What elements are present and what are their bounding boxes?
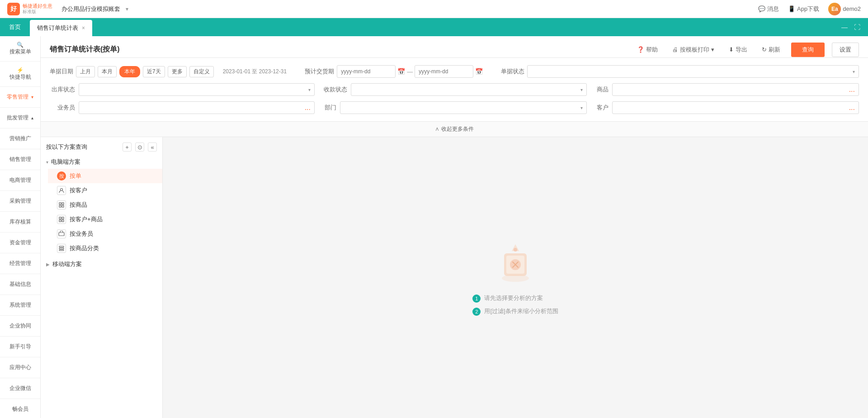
date-filter-group: 单据日期 上月 本月 本年 近7天 更多 自定义 (50, 66, 214, 77)
sidebar-item-member[interactable]: 畅会员 (0, 399, 40, 418)
sidebar-nav[interactable]: ⚡ 快捷导航 (0, 62, 40, 87)
logo-icon: 好 (7, 3, 20, 15)
query-button[interactable]: 查询 (791, 43, 825, 57)
sidebar-item-purchase[interactable]: 采购管理 (0, 191, 40, 212)
top-bar-right: 💬 消息 📱 App下载 Ea demo2 (758, 3, 861, 15)
sidebar-item-wholesale[interactable]: 批发管理 ▴ (0, 108, 40, 128)
sidebar-item-coop[interactable]: 企业协同 (0, 316, 40, 337)
tree-section-mobile-header[interactable]: ▶ 移动端方案 (41, 257, 162, 271)
help-button[interactable]: ❓ 帮助 (633, 44, 661, 56)
delivery-status-cell: 出库状态 ▾ (50, 83, 315, 96)
sidebar-item-inventory[interactable]: 库存核算 (0, 212, 40, 233)
sidebar-item-newbie[interactable]: 新手引导 (0, 337, 40, 357)
salesperson-input[interactable]: ... (79, 101, 315, 114)
message-button[interactable]: 💬 消息 (758, 5, 779, 13)
sidebar-item-wechat[interactable]: 企业微信 (0, 378, 40, 399)
refresh-button[interactable]: ↻ 刷新 (758, 44, 784, 56)
tree-item-by-customer[interactable]: 按客户 (48, 183, 162, 198)
page-actions: ❓ 帮助 🖨 按模板打印 ▾ ⬇ 导出 ↻ 刷新 查询 设置 (633, 43, 859, 57)
date-range-text: 2023-01-01 至 2023-12-31 (223, 68, 287, 76)
tree-item-by-salesperson[interactable]: 按业务员 (48, 227, 162, 241)
tab-sales-stats[interactable]: 销售订单统计表 × (30, 20, 92, 36)
department-select[interactable]: ▾ (340, 101, 587, 114)
sidebar-item-marketing[interactable]: 营销推广 (0, 128, 40, 149)
tab-home[interactable]: 首页 (0, 18, 30, 36)
sidebar-item-finance[interactable]: 资金管理 (0, 233, 40, 253)
export-button[interactable]: ⬇ 导出 (725, 44, 751, 56)
settings-button[interactable]: 设置 (832, 43, 859, 57)
sidebar-item-retail[interactable]: 零售管理 ▾ (0, 87, 40, 108)
sidebar-item-system[interactable]: 系统管理 (0, 295, 40, 316)
tree-item-by-order[interactable]: 按 按单 (48, 169, 162, 183)
message-icon: 💬 (758, 5, 765, 12)
expected-date-start[interactable] (337, 65, 396, 78)
right-content: 1 请先选择要分析的方案 2 用[过滤]条件来缩小分析范围 (163, 137, 868, 418)
edit-scheme-button[interactable]: ⊙ (135, 142, 144, 152)
goods-cell: 商品 ... (594, 83, 859, 96)
expected-date-end[interactable] (415, 65, 473, 78)
sidebar-item-basic[interactable]: 基础信息 (0, 274, 40, 295)
tree-item-by-goods[interactable]: 按商品 (48, 198, 162, 212)
empty-state: 1 请先选择要分析的方案 2 用[过滤]条件来缩小分析范围 (472, 240, 558, 316)
left-panel: 按以下方案查询 + ⊙ « ▾ 电脑端方案 按 (41, 137, 163, 418)
svg-rect-12 (59, 250, 64, 251)
custom-btn[interactable]: 自定义 (189, 66, 214, 77)
tab-close-icon[interactable]: × (82, 25, 85, 31)
svg-rect-3 (59, 205, 61, 207)
sidebar-item-ecommerce[interactable]: 电商管理 (0, 170, 40, 191)
sidebar-item-operation[interactable]: 经营管理 (0, 253, 40, 274)
goods-label: 商品 (594, 86, 609, 94)
this-month-btn[interactable]: 本月 (98, 66, 117, 77)
goods-input[interactable]: ... (612, 83, 859, 96)
customer-input[interactable]: ... (612, 101, 859, 114)
svg-rect-7 (59, 220, 61, 222)
this-year-btn[interactable]: 本年 (119, 66, 140, 77)
sidebar-search[interactable]: 🔍 搜索菜单 (0, 36, 40, 62)
more-btn[interactable]: 更多 (168, 66, 187, 77)
tree-subsection-pc: 按 按单 按客户 按商品 (41, 169, 162, 256)
bill-status-select[interactable]: ▾ (527, 65, 859, 78)
tree-section-pc-header[interactable]: ▾ 电脑端方案 (41, 155, 162, 169)
payment-status-select[interactable]: ▾ (351, 83, 587, 96)
minimize-button[interactable]: — (841, 24, 848, 31)
date-filter-label: 单据日期 (50, 67, 73, 76)
expected-date-group: 预计交货期 📅 — 📅 (305, 65, 483, 78)
app-download-button[interactable]: 📱 App下载 (788, 5, 819, 13)
delivery-status-arrow-icon: ▾ (308, 87, 311, 92)
export-icon: ⬇ (729, 46, 734, 53)
left-panel-header: 按以下方案查询 + ⊙ « (41, 142, 162, 155)
user-menu[interactable]: Ea demo2 (828, 3, 861, 15)
calendar-end-icon[interactable]: 📅 (475, 68, 483, 75)
filter-row-2: 出库状态 ▾ 收款状态 ▾ 商品 ... (50, 83, 859, 96)
svg-rect-5 (59, 217, 61, 219)
tree-arrow-mobile-icon: ▶ (46, 262, 50, 267)
svg-rect-11 (59, 248, 64, 249)
maximize-button[interactable]: ⛶ (854, 24, 861, 31)
help-icon: ❓ (637, 46, 644, 53)
collapse-panel-button[interactable]: « (148, 142, 157, 152)
last-month-btn[interactable]: 上月 (76, 66, 95, 77)
add-scheme-button[interactable]: + (123, 142, 132, 152)
empty-tips: 1 请先选择要分析的方案 2 用[过滤]条件来缩小分析范围 (472, 294, 558, 316)
delivery-status-select[interactable]: ▾ (79, 83, 315, 96)
department-arrow-icon: ▾ (580, 105, 583, 110)
svg-point-0 (61, 189, 63, 191)
top-bar-dropdown-icon[interactable]: ▾ (126, 6, 128, 12)
print-button[interactable]: 🖨 按模板打印 ▾ (669, 44, 718, 56)
tree-item-by-category[interactable]: 按商品分类 (48, 241, 162, 256)
logo-area: 好 畅捷通好生意 标准版 (7, 3, 52, 15)
collapse-bar[interactable]: ∧ 收起更多条件 (41, 122, 868, 137)
by-customer-goods-icon (57, 215, 66, 224)
by-order-icon: 按 (57, 171, 66, 180)
last7-btn[interactable]: 近7天 (143, 66, 165, 77)
page-header: 销售订单统计表(按单) ❓ 帮助 🖨 按模板打印 ▾ ⬇ 导出 ↻ 刷新 (41, 36, 868, 58)
svg-point-20 (514, 248, 517, 252)
top-bar-title: 办公用品行业模拟账套 (61, 5, 120, 13)
print-icon: 🖨 (672, 46, 678, 53)
calendar-start-icon[interactable]: 📅 (397, 68, 405, 75)
bill-status-arrow-icon: ▾ (853, 69, 855, 74)
sidebar-item-sales[interactable]: 销售管理 (0, 149, 40, 170)
tree-item-by-customer-goods[interactable]: 按客户+商品 (48, 212, 162, 227)
sidebar-item-appcenter[interactable]: 应用中心 (0, 357, 40, 378)
by-customer-icon (57, 186, 66, 195)
